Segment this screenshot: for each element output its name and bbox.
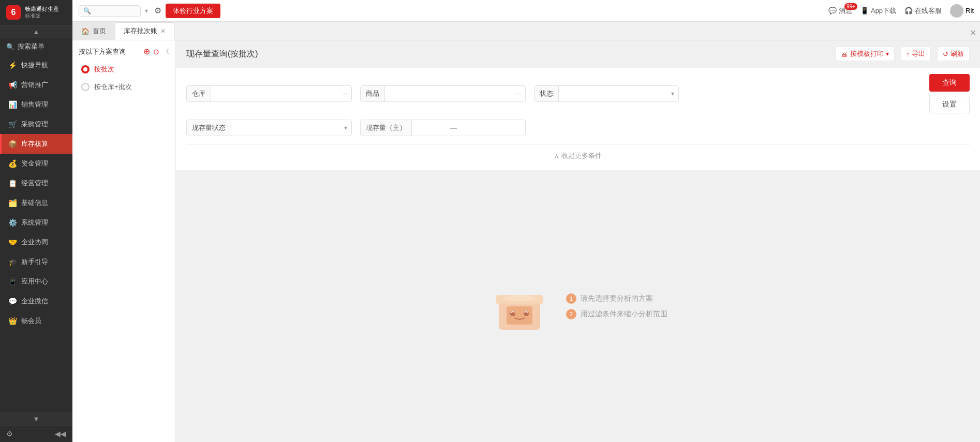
status-field[interactable]: 状态 ▾ bbox=[534, 85, 679, 102]
sidebar-scroll-down[interactable]: ▼ bbox=[0, 412, 72, 425]
query-button[interactable]: 查询 bbox=[929, 74, 970, 92]
filter-add-icon[interactable]: ⊕ bbox=[143, 47, 150, 56]
experience-btn[interactable]: 体验行业方案 bbox=[166, 4, 220, 18]
topbar-online-service[interactable]: 🎧 在线客服 bbox=[904, 6, 942, 16]
warehouse-more-icon[interactable]: ··· bbox=[338, 90, 351, 97]
tab-inventory-batch-label: 库存批次账 bbox=[124, 26, 157, 36]
topbar-search-box[interactable]: 🔍 bbox=[79, 5, 141, 17]
sidebar-item-system[interactable]: ⚙️ 系统管理 bbox=[0, 213, 72, 232]
sidebar-nav: ⚡ 快捷导航 📢 营销推广 📊 销售管理 🛒 采购管理 📦 库存核算 💰 资金管… bbox=[0, 55, 72, 412]
system-icon: ⚙️ bbox=[8, 218, 17, 227]
filter-panel-title: 按以下方案查询 bbox=[79, 47, 126, 56]
tab-inventory-batch[interactable]: 库存批次账 ✕ bbox=[115, 22, 174, 40]
stock-status-dropdown-icon[interactable]: ▾ bbox=[340, 124, 351, 131]
sidebar-item-marketing[interactable]: 📢 营销推广 bbox=[0, 75, 72, 95]
headset-icon: 🎧 bbox=[904, 7, 913, 14]
collapse-label: 收起更多条件 bbox=[561, 151, 602, 160]
finance-icon: 💰 bbox=[8, 159, 17, 168]
collapse-sidebar-icon[interactable]: ◀◀ bbox=[55, 430, 66, 438]
topbar-dropdown-arrow[interactable]: ▾ bbox=[145, 7, 148, 14]
purchase-icon: 🛒 bbox=[8, 120, 17, 129]
stock-status-field[interactable]: 现存量状态 ▾ bbox=[186, 120, 352, 136]
empty-illustration bbox=[488, 275, 551, 337]
filter-panel-header: 按以下方案查询 ⊕ ⊙ 《 bbox=[72, 47, 175, 61]
sidebar-item-finance[interactable]: 💰 资金管理 bbox=[0, 154, 72, 173]
warehouse-input[interactable] bbox=[211, 90, 338, 98]
status-dropdown-icon[interactable]: ▾ bbox=[667, 90, 678, 97]
edition-label: 标准版 bbox=[25, 12, 59, 20]
sidebar-logo: 6 畅康通好生意 标准版 bbox=[0, 0, 72, 25]
settings-icon[interactable]: ⚙ bbox=[6, 430, 13, 438]
stock-qty-from[interactable] bbox=[412, 124, 448, 132]
print-icon: 🖨 bbox=[841, 50, 848, 58]
basic-icon: 🗂️ bbox=[8, 198, 17, 208]
filter-collapse-icon[interactable]: 《 bbox=[162, 47, 169, 56]
product-field[interactable]: 商品 ··· bbox=[360, 85, 526, 102]
sidebar-search-label: 搜索菜单 bbox=[18, 42, 44, 51]
sidebar-item-new-guide[interactable]: 🎓 新手引导 bbox=[0, 252, 72, 272]
stock-qty-to[interactable] bbox=[459, 124, 495, 132]
svg-point-5 bbox=[504, 295, 535, 301]
empty-state: 1 请先选择要分析的方案 2 用过滤条件来缩小分析范围 bbox=[176, 170, 980, 442]
export-button[interactable]: ↑ 导出 bbox=[901, 47, 931, 61]
sidebar-item-label: 企业协同 bbox=[21, 238, 48, 247]
settings-button[interactable]: 设置 bbox=[929, 96, 970, 113]
sidebar: 6 畅康通好生意 标准版 ▲ 🔍 搜索菜单 ⚡ 快捷导航 📢 营销推广 📊 销售… bbox=[0, 0, 72, 442]
sidebar-item-enterprise-collab[interactable]: 🤝 企业协同 bbox=[0, 232, 72, 252]
filter-settings-icon[interactable]: ⊙ bbox=[153, 48, 159, 56]
status-label: 状态 bbox=[534, 86, 559, 101]
sidebar-item-label: 快捷导航 bbox=[21, 61, 48, 70]
sidebar-item-label: 资金管理 bbox=[21, 159, 48, 168]
filter-scheme-by-batch[interactable]: 按批次 bbox=[72, 61, 175, 78]
sidebar-item-app-center[interactable]: 📱 应用中心 bbox=[0, 272, 72, 291]
product-more-icon[interactable]: ··· bbox=[512, 90, 525, 97]
sidebar-item-vip-club[interactable]: 👑 畅会员 bbox=[0, 311, 72, 331]
warehouse-field[interactable]: 仓库 ··· bbox=[186, 85, 352, 102]
sidebar-item-sales[interactable]: 📊 销售管理 bbox=[0, 95, 72, 114]
panel-close-button[interactable]: ✕ bbox=[966, 25, 980, 40]
sidebar-item-inventory[interactable]: 📦 库存核算 bbox=[0, 134, 72, 154]
filter-form-top: 仓库 ··· 商品 ··· bbox=[176, 68, 980, 170]
refresh-button[interactable]: ↺ 刷新 bbox=[937, 47, 970, 61]
topbar-gear-icon[interactable]: ⚙ bbox=[154, 6, 161, 16]
sidebar-item-basic[interactable]: 🗂️ 基础信息 bbox=[0, 193, 72, 213]
empty-hints: 1 请先选择要分析的方案 2 用过滤条件来缩小分析范围 bbox=[566, 293, 667, 319]
filter-form-area: 仓库 ··· 商品 ··· bbox=[176, 68, 980, 170]
print-button[interactable]: 🖨 按模板打印 ▾ bbox=[836, 47, 895, 61]
sidebar-item-purchase[interactable]: 🛒 采购管理 bbox=[0, 114, 72, 134]
collapse-more-btn[interactable]: ∧ 收起更多条件 bbox=[554, 148, 602, 164]
new-guide-icon: 🎓 bbox=[8, 257, 17, 267]
tab-close-icon[interactable]: ✕ bbox=[160, 27, 166, 35]
home-icon: 🏠 bbox=[81, 27, 90, 35]
stock-qty-field[interactable]: 现存量（主） — bbox=[360, 120, 526, 136]
export-icon: ↑ bbox=[907, 50, 910, 58]
sidebar-item-label: 系统管理 bbox=[21, 218, 48, 227]
app-logo-icon: 6 bbox=[6, 5, 21, 20]
filter-panel-actions: ⊕ ⊙ 《 bbox=[143, 47, 169, 56]
sidebar-item-quick-nav[interactable]: ⚡ 快捷导航 bbox=[0, 55, 72, 75]
tab-home[interactable]: 🏠 首页 bbox=[72, 22, 115, 40]
header-actions: 🖨 按模板打印 ▾ ↑ 导出 ↺ 刷新 bbox=[836, 47, 970, 61]
sidebar-item-label: 应用中心 bbox=[21, 277, 48, 286]
filter-scheme-by-warehouse-batch[interactable]: 按仓库+批次 bbox=[72, 78, 175, 96]
print-dropdown-icon[interactable]: ▾ bbox=[886, 50, 889, 57]
topbar-message[interactable]: 💬 消息 99+ bbox=[828, 6, 852, 16]
message-icon: 💬 bbox=[828, 7, 837, 14]
search-icon: 🔍 bbox=[83, 7, 91, 14]
sidebar-search[interactable]: 🔍 搜索菜单 bbox=[0, 38, 72, 55]
empty-svg bbox=[488, 275, 551, 337]
stock-qty-label: 现存量（主） bbox=[361, 120, 412, 136]
hint-text-2: 用过滤条件来缩小分析范围 bbox=[581, 310, 667, 319]
warehouse-label: 仓库 bbox=[187, 86, 211, 101]
product-input[interactable] bbox=[385, 90, 512, 98]
sales-icon: 📊 bbox=[8, 100, 17, 109]
sidebar-item-enterprise-wechat[interactable]: 💬 企业微信 bbox=[0, 291, 72, 311]
filter-scheme-by-batch-label: 按批次 bbox=[94, 65, 114, 74]
product-label: 商品 bbox=[361, 86, 385, 101]
scheme-icon2 bbox=[81, 82, 90, 92]
topbar-app-download[interactable]: 📱 App下载 bbox=[860, 6, 896, 16]
sidebar-scroll-up[interactable]: ▲ bbox=[0, 25, 72, 38]
topbar-user[interactable]: Rit bbox=[950, 4, 974, 18]
page-title: 现存量查询(按批次) bbox=[186, 49, 258, 60]
sidebar-item-operations[interactable]: 📋 经营管理 bbox=[0, 173, 72, 193]
